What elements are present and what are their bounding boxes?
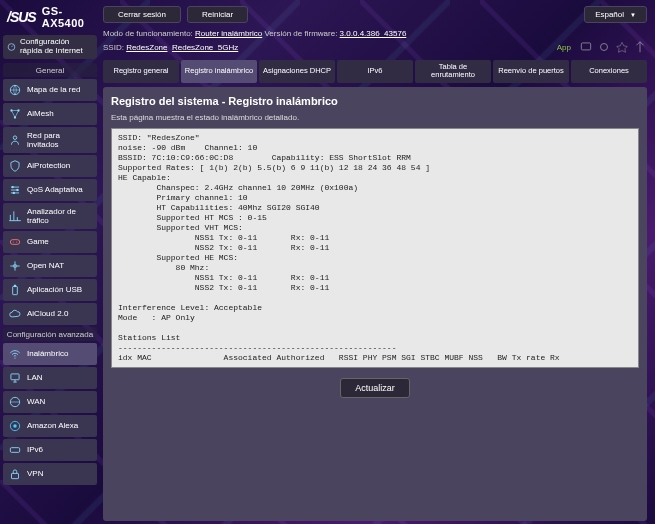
usb-icon (8, 283, 22, 297)
ipv6-icon (8, 443, 22, 457)
nat-icon (8, 259, 22, 273)
shield-icon (8, 159, 22, 173)
nav-label: AiMesh (27, 109, 54, 118)
svg-rect-14 (14, 284, 16, 286)
guest-icon (8, 133, 22, 147)
svg-point-7 (16, 188, 18, 190)
brand-area: /SUS GS-AX5400 (3, 3, 97, 35)
boost-icon[interactable] (633, 40, 647, 54)
nav-label: VPN (27, 469, 43, 478)
nav-guest-network[interactable]: Red para invitados (3, 127, 97, 153)
svg-rect-9 (10, 239, 19, 244)
nav-label: Open NAT (27, 261, 64, 270)
firmware-link[interactable]: 3.0.0.4.386_43576 (340, 29, 407, 38)
tab-port-forward[interactable]: Reenvío de puertos (493, 60, 569, 83)
tab-ipv6[interactable]: IPv6 (337, 60, 413, 83)
nav-label: Inalámbrico (27, 349, 68, 358)
nav-ipv6[interactable]: IPv6 (3, 439, 97, 461)
svg-rect-22 (581, 43, 590, 50)
quick-internet-setup[interactable]: Configuración rápida de Internet (3, 35, 97, 59)
restart-button[interactable]: Reiniciar (187, 6, 248, 23)
nav-label: Amazon Alexa (27, 421, 78, 430)
globe-icon (8, 83, 22, 97)
svg-rect-16 (11, 374, 19, 380)
mode-info: Modo de funcionamiento: Router inalámbri… (103, 29, 406, 38)
nav-label: WAN (27, 397, 45, 406)
svg-point-10 (13, 241, 14, 242)
tab-dhcp[interactable]: Asignaciones DHCP (259, 60, 335, 83)
nav-qos[interactable]: QoS Adaptativa (3, 179, 97, 201)
svg-rect-20 (10, 447, 19, 452)
tab-routing[interactable]: Tabla de enrutamiento (415, 60, 491, 83)
wan-icon (8, 395, 22, 409)
section-advanced: Configuración avanzada (3, 327, 97, 341)
mode-link[interactable]: Router inalámbrico (195, 29, 262, 38)
wifi-icon (8, 347, 22, 361)
nav-aicloud[interactable]: AiCloud 2.0 (3, 303, 97, 325)
nav-alexa[interactable]: Amazon Alexa (3, 415, 97, 437)
feedback-icon[interactable] (579, 40, 593, 54)
cloud-icon (8, 307, 22, 321)
section-general: General (3, 63, 97, 77)
wireless-log-textarea[interactable]: SSID: "RedesZone" noise: -90 dBm Channel… (111, 128, 639, 368)
nav-label: QoS Adaptativa (27, 185, 83, 194)
nav-wan[interactable]: WAN (3, 391, 97, 413)
svg-point-15 (14, 357, 15, 358)
language-dropdown[interactable]: Español (584, 6, 647, 23)
nav-wireless[interactable]: Inalámbrico (3, 343, 97, 365)
logout-button[interactable]: Cerrar sesión (103, 6, 181, 23)
mesh-icon (8, 107, 22, 121)
update-button[interactable]: Actualizar (340, 378, 410, 398)
lan-icon (8, 371, 22, 385)
app-link[interactable]: App (557, 43, 571, 52)
svg-point-11 (16, 241, 17, 242)
ssid1-link[interactable]: RedesZone (126, 43, 167, 52)
svg-point-5 (13, 136, 17, 140)
nav-label: Mapa de la red (27, 85, 80, 94)
gamepad-icon (8, 235, 22, 249)
svg-point-19 (13, 424, 17, 428)
nav-usb-app[interactable]: Aplicación USB (3, 279, 97, 301)
lock-icon (8, 467, 22, 481)
nav-label: Game (27, 237, 49, 246)
panel-desc: Esta página muestra el estado inalámbric… (111, 113, 639, 122)
sliders-icon (8, 183, 22, 197)
brand-logo: /SUS (7, 9, 36, 25)
aura-icon[interactable] (615, 40, 629, 54)
nav-open-nat[interactable]: Open NAT (3, 255, 97, 277)
nav-label: LAN (27, 373, 43, 382)
nav-label: IPv6 (27, 445, 43, 454)
svg-rect-13 (13, 286, 18, 294)
nav-label: AiCloud 2.0 (27, 309, 68, 318)
nav-traffic-analyzer[interactable]: Analizador de tráfico (3, 203, 97, 229)
nav-label: Aplicación USB (27, 285, 82, 294)
nav-label: Analizador de tráfico (27, 207, 92, 225)
model-name: GS-AX5400 (42, 5, 93, 29)
nav-label: Red para invitados (27, 131, 92, 149)
nav-label: AiProtection (27, 161, 70, 170)
gauge-icon (7, 40, 16, 54)
alexa-icon (8, 419, 22, 433)
led-icon[interactable] (597, 40, 611, 54)
nav-game[interactable]: Game (3, 231, 97, 253)
svg-point-6 (12, 186, 14, 188)
nav-vpn[interactable]: VPN (3, 463, 97, 485)
nav-network-map[interactable]: Mapa de la red (3, 79, 97, 101)
tab-connections[interactable]: Conexiones (571, 60, 647, 83)
svg-rect-21 (12, 473, 19, 478)
svg-point-23 (601, 44, 608, 51)
log-panel: Registro del sistema - Registro inalámbr… (103, 87, 647, 522)
nav-lan[interactable]: LAN (3, 367, 97, 389)
ssid2-link[interactable]: RedesZone_5GHz (172, 43, 238, 52)
svg-point-8 (13, 191, 15, 193)
nav-aimesh[interactable]: AiMesh (3, 103, 97, 125)
ssid-info: SSID: RedesZone RedesZone_5GHz (103, 43, 238, 52)
tab-general-log[interactable]: Registro general (103, 60, 179, 83)
nav-aiprotection[interactable]: AiProtection (3, 155, 97, 177)
quick-label: Configuración rápida de Internet (20, 38, 93, 56)
tab-wireless-log[interactable]: Registro inalámbrico (181, 60, 257, 83)
chart-icon (8, 209, 22, 223)
panel-title: Registro del sistema - Registro inalámbr… (111, 95, 639, 107)
